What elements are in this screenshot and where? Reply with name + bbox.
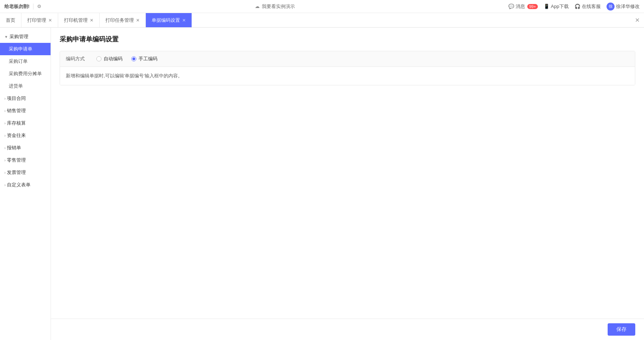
message-badge: 99+ <box>527 4 538 9</box>
sidebar-group-sales-mgmt[interactable]: › 销售管理 <box>0 105 51 117</box>
sidebar-group-returns[interactable]: › 报销单 <box>0 142 51 154</box>
coding-section: 编码方式 自动编码 手工编码 新增和编辑单据时,可以编辑'单据编号'输入框中的内… <box>60 51 635 85</box>
sidebar-group-purchase-mgmt[interactable]: ▼ 采购管理 <box>0 31 51 43</box>
coding-method-row: 编码方式 自动编码 手工编码 <box>60 51 635 67</box>
sidebar-group-purchase-mgmt-label: 采购管理 <box>9 33 28 40</box>
sidebar-group-inventory-label: 库存核算 <box>7 120 26 126</box>
sidebar-item-purchase-request-label: 采购申请单 <box>9 46 32 52</box>
sidebar-group-capital-flow[interactable]: › 资金往来 <box>0 129 51 142</box>
manual-code-label: 手工编码 <box>139 56 157 62</box>
brand-label: 给老板勿割! <box>4 3 29 10</box>
content-area: 采购申请单编码设置 编码方式 自动编码 手工编码 新增和编辑单据时,可以编辑'单… <box>51 28 644 340</box>
sidebar-group-custom-forms-label: 自定义表单 <box>7 182 31 188</box>
tab-single-code-setting[interactable]: 单据编码设置 ✕ <box>146 13 192 27</box>
message-label: 消息 <box>516 3 525 10</box>
sidebar-group-invoice-mgmt-label: 发票管理 <box>7 169 26 176</box>
tab-bar: 首页 打印管理 ✕ 打印机管理 ✕ 打印任务管理 ✕ 单据编码设置 ✕ ✕ <box>0 13 644 28</box>
auto-code-option[interactable]: 自动编码 <box>96 56 123 62</box>
info-text-area: 新增和编辑单据时,可以编辑'单据编号'输入框中的内容。 <box>60 67 635 85</box>
sidebar-item-purchase-order-label: 采购订单 <box>9 58 28 64</box>
app-download-label: App下载 <box>551 3 569 10</box>
arrow-right-icon-3: › <box>4 121 5 125</box>
arrow-down-icon: ▼ <box>4 35 8 39</box>
announcement-area[interactable]: ☁ 我要看实例演示 <box>255 3 295 10</box>
app-download-item[interactable]: 📱 App下载 <box>544 3 569 10</box>
tab-print-mgmt[interactable]: 打印管理 ✕ <box>21 13 58 27</box>
arrow-right-icon-8: › <box>4 183 5 187</box>
sidebar-group-retail-mgmt[interactable]: › 零售管理 <box>0 154 51 166</box>
arrow-right-icon-4: › <box>4 134 5 138</box>
tab-print-task-mgmt-label: 打印任务管理 <box>105 17 134 24</box>
sidebar-item-purchase-expense-label: 采购费用分摊单 <box>9 71 42 76</box>
tab-printer-mgmt-label: 打印机管理 <box>64 17 88 24</box>
info-text: 新增和编辑单据时,可以编辑'单据编号'输入框中的内容。 <box>66 73 183 78</box>
user-item[interactable]: 徐 徐泽华修改 <box>607 3 640 11</box>
sidebar-item-purchase-expense[interactable]: 采购费用分摊单 <box>0 68 51 80</box>
arrow-right-icon-2: › <box>4 109 5 113</box>
sidebar: ▼ 采购管理 采购申请单 采购订单 采购费用分摊单 进货单 › 项目合同 › 销… <box>0 28 51 340</box>
settings-icon[interactable]: ⚙ <box>37 4 41 9</box>
tab-home[interactable]: 首页 <box>0 13 21 27</box>
window-close-button[interactable]: ✕ <box>631 13 644 27</box>
online-service-label: 在线客服 <box>582 3 601 10</box>
main-layout: ▼ 采购管理 采购申请单 采购订单 采购费用分摊单 进货单 › 项目合同 › 销… <box>0 28 644 340</box>
sidebar-group-sales-mgmt-label: 销售管理 <box>7 108 26 114</box>
tab-printer-mgmt[interactable]: 打印机管理 ✕ <box>58 13 100 27</box>
user-name: 徐泽华修改 <box>616 3 640 10</box>
arrow-right-icon-1: › <box>4 97 5 101</box>
app-icon: 📱 <box>544 4 549 9</box>
sidebar-group-retail-mgmt-label: 零售管理 <box>7 157 26 163</box>
tab-print-task-mgmt-close[interactable]: ✕ <box>136 18 140 23</box>
divider <box>33 4 33 9</box>
avatar: 徐 <box>607 3 615 11</box>
cloud-icon: ☁ <box>255 4 260 9</box>
top-bar-right: 💬 消息 99+ 📱 App下载 🎧 在线客服 徐 徐泽华修改 <box>508 3 640 11</box>
top-bar-left: 给老板勿割! ⚙ <box>4 3 41 10</box>
arrow-right-icon-7: › <box>4 171 5 175</box>
content-footer: 保存 <box>51 319 644 340</box>
sidebar-item-goods-receipt[interactable]: 进货单 <box>0 80 51 92</box>
sidebar-item-goods-receipt-label: 进货单 <box>9 83 23 89</box>
auto-code-label: 自动编码 <box>104 56 123 62</box>
tab-printer-mgmt-close[interactable]: ✕ <box>90 18 93 23</box>
sidebar-group-invoice-mgmt[interactable]: › 发票管理 <box>0 166 51 179</box>
manual-code-option[interactable]: 手工编码 <box>131 56 157 62</box>
tab-print-mgmt-label: 打印管理 <box>27 17 46 24</box>
arrow-right-icon-6: › <box>4 158 5 162</box>
tab-home-label: 首页 <box>6 17 15 24</box>
headset-icon: 🎧 <box>575 4 580 9</box>
sidebar-group-project-contract[interactable]: › 项目合同 <box>0 92 51 105</box>
sidebar-item-purchase-order[interactable]: 采购订单 <box>0 55 51 68</box>
sidebar-group-project-contract-label: 项目合同 <box>7 95 26 102</box>
auto-code-radio[interactable] <box>96 56 101 61</box>
online-service-item[interactable]: 🎧 在线客服 <box>575 3 601 10</box>
sidebar-group-inventory[interactable]: › 库存核算 <box>0 117 51 129</box>
tab-single-code-setting-close[interactable]: ✕ <box>182 18 186 23</box>
coding-method-label: 编码方式 <box>66 56 88 62</box>
tab-print-task-mgmt[interactable]: 打印任务管理 ✕ <box>100 13 146 27</box>
message-icon: 💬 <box>508 4 514 9</box>
manual-code-radio[interactable] <box>131 56 136 61</box>
message-item[interactable]: 💬 消息 99+ <box>508 3 538 10</box>
sidebar-group-returns-label: 报销单 <box>7 145 21 151</box>
content-inner: 采购申请单编码设置 编码方式 自动编码 手工编码 新增和编辑单据时,可以编辑'单… <box>51 28 644 319</box>
arrow-right-icon-5: › <box>4 146 5 150</box>
top-bar: 给老板勿割! ⚙ ☁ 我要看实例演示 💬 消息 99+ 📱 App下载 🎧 在线… <box>0 0 644 13</box>
announcement-text: 我要看实例演示 <box>262 3 295 10</box>
sidebar-item-purchase-request[interactable]: 采购申请单 <box>0 43 51 55</box>
tab-single-code-setting-label: 单据编码设置 <box>152 17 180 24</box>
tab-print-mgmt-close[interactable]: ✕ <box>48 18 52 23</box>
page-title: 采购申请单编码设置 <box>60 35 635 44</box>
save-button[interactable]: 保存 <box>608 323 635 336</box>
sidebar-group-capital-flow-label: 资金往来 <box>7 132 26 139</box>
sidebar-group-custom-forms[interactable]: › 自定义表单 <box>0 179 51 191</box>
